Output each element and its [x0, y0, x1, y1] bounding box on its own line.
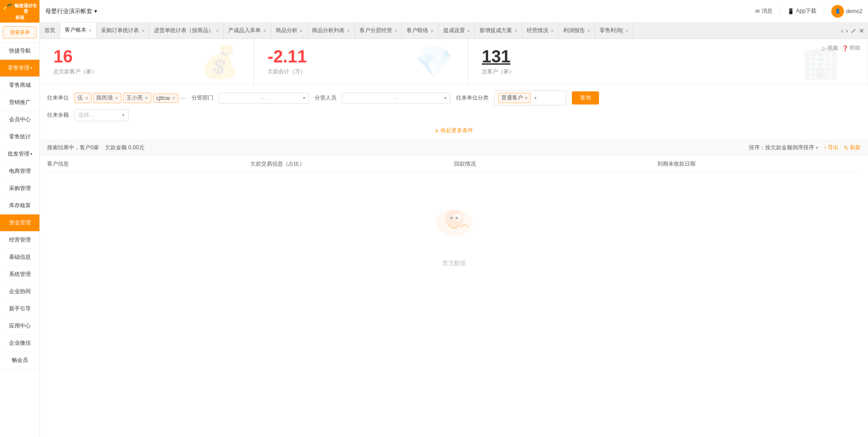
- tab-close-icon[interactable]: ×: [625, 28, 628, 33]
- sidebar-item-enterprise[interactable]: 企业协同: [0, 283, 39, 300]
- app-download-button[interactable]: 📱 App下载: [787, 7, 816, 15]
- sidebar-item-quick-nav[interactable]: 快捷导航: [0, 43, 39, 60]
- tab-retail-profit[interactable]: 零售利润( ×: [595, 23, 633, 39]
- tab-customer-account[interactable]: 客户账本 ×: [60, 23, 96, 39]
- stat-bg-diamond-icon: 💎: [414, 43, 454, 81]
- tabbar-controls: ‹ › ⤢ ✕: [838, 27, 868, 34]
- tab-product-inbound[interactable]: 产成品入库单 ×: [224, 23, 271, 39]
- partner-tag-chen-label: 陈民强: [96, 94, 113, 102]
- tab-close-icon[interactable]: ×: [347, 28, 350, 33]
- sidebar-item-finance[interactable]: 资金管理: [0, 214, 39, 232]
- tab-maximize-icon[interactable]: ⤢: [851, 27, 856, 34]
- sidebar-item-app-center[interactable]: 应用中心: [0, 318, 39, 335]
- result-actions: 排序：按欠款金额倒序排序 ▾ ↑ 导出 ↻ 刷新: [749, 144, 861, 152]
- tab-close-icon[interactable]: ×: [514, 28, 517, 33]
- sidebar-item-wholesale-mgmt[interactable]: 批发管理 ▾: [0, 146, 39, 163]
- partner-tag-cjttcw: cjttcw ×: [153, 94, 178, 103]
- classify-label: 往来单位分类: [456, 94, 489, 102]
- svg-point-4: [456, 217, 458, 219]
- sidebar-item-retail-mgmt[interactable]: 零售管理 ▾: [0, 60, 39, 77]
- tab-close-icon[interactable]: ×: [587, 28, 590, 33]
- user-profile-button[interactable]: 👤 demo2: [831, 5, 863, 18]
- refresh-button[interactable]: ↻ 刷新: [844, 144, 861, 152]
- tab-close-icon[interactable]: ×: [551, 28, 553, 33]
- tab-home[interactable]: 首页: [40, 23, 60, 39]
- balance-select[interactable]: 选择... ▾: [74, 109, 129, 121]
- stat-credit-customers-value: 16: [53, 48, 72, 65]
- partner-tags: 伍 × 陈民强 × 王小亮 × cjttcw × ···: [74, 93, 186, 103]
- tab-close-icon[interactable]: ×: [431, 28, 433, 33]
- query-button[interactable]: 查询: [572, 91, 599, 104]
- person-dots-icon[interactable]: ···: [393, 95, 398, 101]
- topbar-divider: [780, 7, 780, 16]
- tab-close-all-icon[interactable]: ✕: [859, 27, 864, 34]
- tab-promo-settings[interactable]: 提成设置 ×: [439, 23, 475, 39]
- tab-operation-status[interactable]: 经营情况 ×: [522, 23, 558, 39]
- tab-scroll-left-icon[interactable]: ‹: [841, 27, 844, 34]
- stat-total-debt: -2.11 欠款合计（万） 💎: [254, 39, 468, 85]
- export-icon: ↑: [824, 145, 826, 151]
- tab-product-list[interactable]: 商品分析列表 ×: [307, 23, 355, 39]
- export-button[interactable]: ↑ 导出: [824, 144, 839, 152]
- dept-select[interactable]: ··· ▾: [219, 93, 309, 104]
- tab-purchase-order[interactable]: 采购订单统计表 ×: [96, 23, 149, 39]
- dept-dots-icon[interactable]: ···: [261, 95, 265, 101]
- main-area: 母婴行业演示帐套 ▾ ✉ 消息 📱 App下载 👤 demo2: [40, 0, 868, 437]
- sidebar-item-retail-stats[interactable]: 零售统计: [0, 128, 39, 146]
- person-select[interactable]: ··· ▾: [342, 93, 451, 104]
- stat-credit-customers-label: 总欠款客户（家）: [53, 68, 97, 76]
- stat-total-customers-label: 总客户（家）: [482, 68, 514, 76]
- video-button[interactable]: ▷ 视频: [822, 44, 838, 52]
- balance-arrow-icon: ▾: [122, 113, 125, 118]
- sidebar-item-new-guide[interactable]: 新手引导: [0, 300, 39, 318]
- tab-customer-contact[interactable]: 客户联络 ×: [402, 23, 438, 39]
- account-selector-arrow-icon: ▾: [94, 8, 97, 14]
- search-menu-button[interactable]: 搜索菜单: [3, 26, 37, 38]
- partner-tag-wang-close[interactable]: ×: [145, 95, 148, 101]
- tab-customer-segment[interactable]: 客户分层经营 ×: [355, 23, 402, 39]
- sidebar-item-ecommerce[interactable]: 电商管理: [0, 163, 39, 180]
- sidebar-item-purchase-mgmt[interactable]: 采购管理: [0, 180, 39, 197]
- sidebar-item-inventory[interactable]: 库存核算: [0, 197, 39, 214]
- tab-close-icon[interactable]: ×: [141, 28, 144, 33]
- tab-new-promo[interactable]: 新增提成方案 ×: [475, 23, 522, 39]
- sidebar-item-member[interactable]: 畅会员: [0, 352, 39, 369]
- classify-tag-close[interactable]: ×: [524, 95, 528, 101]
- tab-scroll-right-icon[interactable]: ›: [846, 27, 848, 34]
- sidebar-item-member-center[interactable]: 会员中心: [0, 111, 39, 128]
- tab-close-icon[interactable]: ×: [263, 28, 266, 33]
- message-button[interactable]: ✉ 消息: [755, 7, 772, 15]
- partner-tag-wu-close[interactable]: ×: [85, 95, 88, 101]
- tab-close-icon[interactable]: ×: [89, 28, 91, 33]
- partner-tag-chen-close[interactable]: ×: [115, 95, 118, 101]
- tab-close-icon[interactable]: ×: [394, 28, 397, 33]
- tab-purchase-stats[interactable]: 进货单统计表（按商品） ×: [149, 23, 224, 39]
- stat-total-customers-value: 131: [482, 48, 510, 65]
- tab-profit-report[interactable]: 利润报告 ×: [559, 23, 595, 39]
- app-logo: 🍊 畅捷通好生意 标版: [0, 0, 39, 23]
- tab-close-icon[interactable]: ×: [300, 28, 302, 33]
- classify-select[interactable]: 普通客户 × ▾: [494, 90, 566, 105]
- refresh-icon: ↻: [844, 145, 849, 151]
- tab-close-icon[interactable]: ×: [467, 28, 470, 33]
- help-button[interactable]: ❓ 帮助: [842, 44, 860, 52]
- sidebar-item-sys-mgmt[interactable]: 系统管理: [0, 266, 39, 283]
- sort-label: 排序：按欠款金额倒序排序: [749, 144, 814, 152]
- stat-bg-money-icon: 💰: [200, 43, 240, 81]
- account-selector[interactable]: 母婴行业演示帐套 ▾: [45, 7, 97, 15]
- collapse-button[interactable]: ∧ 收起更多条件: [435, 127, 473, 134]
- sidebar-item-marketing[interactable]: 营销推广: [0, 94, 39, 111]
- tab-close-icon[interactable]: ×: [216, 28, 219, 33]
- partner-tag-cjttcw-close[interactable]: ×: [172, 95, 175, 101]
- search-menu-section: 搜索菜单: [0, 23, 39, 43]
- sidebar-item-operations[interactable]: 经营管理: [0, 232, 39, 249]
- th-debt: 欠款交易信息（占比）: [250, 160, 454, 168]
- sort-selector[interactable]: 排序：按欠款金额倒序排序 ▾: [749, 144, 818, 152]
- sidebar-item-wechat-biz[interactable]: 企业微信: [0, 335, 39, 352]
- tab-product-analysis[interactable]: 商品分析 ×: [271, 23, 307, 39]
- sidebar-item-retail-store[interactable]: 零售商城: [0, 77, 39, 94]
- empty-text: 暂无数据: [442, 259, 466, 267]
- sidebar-item-basic-info[interactable]: 基础信息: [0, 249, 39, 266]
- more-tags-button[interactable]: ···: [180, 94, 186, 102]
- filter-row-2: 往来余额 选择... ▾: [47, 109, 861, 121]
